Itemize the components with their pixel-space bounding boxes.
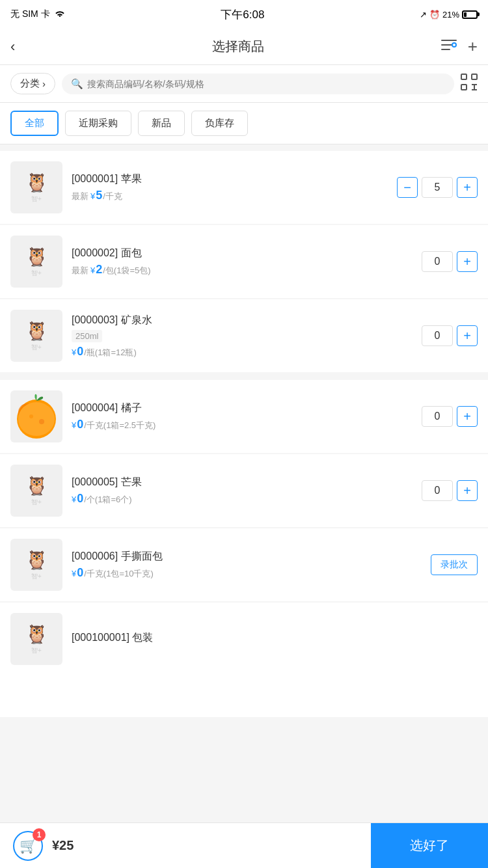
location-icon: ↗ [420,10,427,20]
nav-actions: + [441,36,478,57]
alarm-icon: ⏰ [429,10,440,20]
svg-rect-6 [461,85,467,90]
product-name: [0000004] 橘子 [72,401,413,415]
list-item: 🦉 智+ [000100001] 包装 [0,603,488,717]
owl-icon: 🦉 [25,549,48,571]
batch-button[interactable]: 录批次 [431,554,478,575]
product-quantity: + [422,325,478,346]
product-price: ¥ 0 /瓶(1箱=12瓶) [72,345,413,359]
owl-icon: 🦉 [25,475,48,496]
product-info: [0000005] 芒果 ¥ 0 /个(1箱=6个) [72,476,413,506]
search-input-wrap: 🔍 [62,74,454,94]
owl-icon: 🦉 [25,320,48,342]
battery-icon [462,10,478,19]
product-price: ¥ 0 /个(1箱=6个) [72,492,413,506]
quantity-input[interactable] [422,251,453,272]
product-quantity: 录批次 [431,554,478,575]
owl-icon: 🦉 [25,172,48,193]
svg-point-13 [29,414,33,418]
product-quantity: + [422,406,478,427]
product-name: [0000002] 面包 [72,247,413,260]
battery-percent: 21% [442,10,459,20]
owl-icon: 🦉 [25,246,48,267]
status-time: 下午6:08 [221,7,264,22]
product-thumbnail: 🦉 智+ [10,465,62,517]
quantity-plus-button[interactable]: + [457,251,478,272]
quantity-input[interactable] [422,325,453,346]
product-info: [0000003] 矿泉水 250ml ¥ 0 /瓶(1箱=12瓶) [72,314,413,359]
status-bar: 无 SIM 卡 下午6:08 ↗ ⏰ 21% [0,0,488,29]
quantity-plus-button[interactable]: + [457,480,478,501]
quantity-input[interactable] [422,480,453,501]
product-name: [0000003] 矿泉水 [72,314,413,327]
svg-rect-4 [461,74,467,79]
category-button[interactable]: 分类 › [10,73,55,94]
product-info: [0000004] 橘子 ¥ 0 /千克(1箱=2.5千克) [72,401,413,431]
product-quantity: + [422,251,478,272]
cart-badge: 1 [33,828,46,841]
tab-negative[interactable]: 负库存 [191,111,248,136]
filter-icon[interactable] [441,38,457,56]
list-item: 🦉 智+ [0000003] 矿泉水 250ml ¥ 0 /瓶(1箱=12瓶) … [0,299,488,372]
product-price: ¥ 0 /千克(1包=10千克) [72,566,422,580]
quantity-input[interactable] [422,406,453,427]
product-list: 🦉 智+ [0000001] 苹果 最新 ¥ 5 /千克 − + 🦉 [0,151,488,717]
status-right: ↗ ⏰ 21% [420,10,478,20]
status-left: 无 SIM 卡 [10,8,66,20]
list-item: 🦉 智+ [0000005] 芒果 ¥ 0 /个(1箱=6个) + [0,454,488,527]
product-thumbnail: 🦉 智+ [10,236,62,288]
cart-total: ¥25 [52,838,74,853]
quantity-input[interactable] [422,177,453,198]
divider [0,373,488,380]
product-price: 最新 ¥ 2 /包(1袋=5包) [72,263,413,277]
product-quantity: − + [397,177,478,198]
add-icon[interactable]: + [468,36,478,57]
product-name: [000100001] 包装 [72,631,478,645]
product-info: [0000001] 苹果 最新 ¥ 5 /千克 [72,172,388,202]
bottom-bar: 🛒 1 ¥25 选好了 [0,822,488,868]
product-thumbnail: 🦉 智+ [10,613,62,665]
list-item: [0000004] 橘子 ¥ 0 /千克(1箱=2.5千克) + [0,380,488,453]
product-thumbnail: 🦉 智+ [10,539,62,591]
list-item: 🦉 智+ [0000006] 手撕面包 ¥ 0 /千克(1包=10千克) 录批次 [0,528,488,601]
search-input[interactable] [87,79,445,89]
product-info: [000100001] 包装 [72,631,478,647]
list-item: 🦉 智+ [0000002] 面包 最新 ¥ 2 /包(1袋=5包) + [0,225,488,298]
confirm-button[interactable]: 选好了 [371,823,488,869]
owl-icon: 🦉 [25,623,48,645]
svg-point-14 [39,419,44,424]
scan-icon[interactable] [461,74,478,94]
svg-rect-5 [472,74,477,79]
filter-tabs: 全部 近期采购 新品 负库存 [0,103,488,144]
carrier-text: 无 SIM 卡 [10,8,50,20]
wifi-icon [54,9,66,20]
svg-point-3 [452,43,456,47]
quantity-plus-button[interactable]: + [457,177,478,198]
page-title: 选择商品 [212,38,264,55]
product-name: [0000001] 苹果 [72,172,388,186]
product-price: 最新 ¥ 5 /千克 [72,189,388,202]
list-item: 🦉 智+ [0000001] 苹果 最新 ¥ 5 /千克 − + [0,151,488,224]
search-icon: 🔍 [71,78,83,90]
cart-icon-button[interactable]: 🛒 1 [13,831,43,861]
quantity-plus-button[interactable]: + [457,325,478,346]
product-thumbnail: 🦉 智+ [10,310,62,362]
product-quantity: + [422,480,478,501]
product-info: [0000002] 面包 最新 ¥ 2 /包(1袋=5包) [72,247,413,277]
search-bar: 分类 › 🔍 [0,65,488,103]
tab-recent[interactable]: 近期采购 [65,111,131,136]
product-name: [0000006] 手撕面包 [72,550,422,563]
product-thumbnail: 🦉 智+ [10,161,62,213]
product-info: [0000006] 手撕面包 ¥ 0 /千克(1包=10千克) [72,550,422,580]
product-name: [0000005] 芒果 [72,476,413,489]
product-thumbnail [10,390,62,442]
product-price: ¥ 0 /千克(1箱=2.5千克) [72,418,413,431]
tab-new[interactable]: 新品 [138,111,185,136]
back-button[interactable]: ‹ [10,38,36,55]
svg-point-12 [18,402,55,436]
quantity-minus-button[interactable]: − [397,177,418,198]
tab-all[interactable]: 全部 [10,111,59,136]
divider [0,144,488,151]
cart-section: 🛒 1 ¥25 [0,831,371,861]
quantity-plus-button[interactable]: + [457,406,478,427]
